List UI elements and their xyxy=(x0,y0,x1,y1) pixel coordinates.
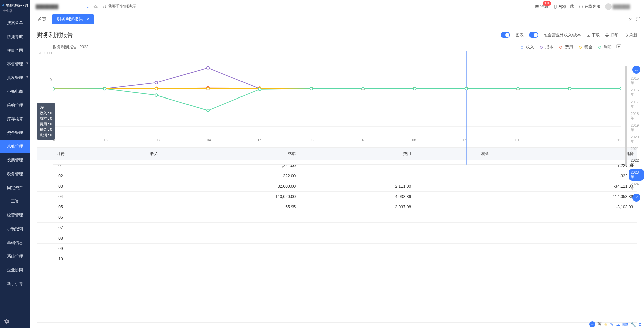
menu-item[interactable]: 小畅电商 xyxy=(0,85,30,99)
svg-point-22 xyxy=(155,81,158,84)
ime-settings-icon[interactable]: ⚙ xyxy=(638,322,642,327)
menu-item[interactable]: 搜索菜单 xyxy=(0,16,30,30)
menu-item[interactable]: 企业协同 xyxy=(0,263,30,277)
settings-button[interactable] xyxy=(0,315,30,328)
menu-item[interactable]: 固定资产 xyxy=(0,181,30,195)
data-table: 月份收入成本费用税金利润 011,221.00-1,221.0002322.00… xyxy=(37,147,637,323)
user-menu[interactable]: ██████ xyxy=(605,3,640,10)
legend-item[interactable]: 利润 xyxy=(597,44,612,50)
menu-item[interactable]: 新手引导 xyxy=(0,277,30,291)
menu-item[interactable]: 采购管理 xyxy=(0,99,30,112)
legend-item[interactable]: 费用 xyxy=(558,44,573,50)
menu-item[interactable]: 零售管理 xyxy=(0,57,30,71)
ime-cloud-icon[interactable]: ☁ xyxy=(616,322,620,327)
year-item[interactable]: 2020年 xyxy=(629,134,644,145)
menu-item[interactable]: 小畅报销 xyxy=(0,222,30,236)
svg-point-58 xyxy=(155,94,158,96)
fullscreen-icon[interactable]: ⛶ xyxy=(635,16,641,23)
menu-item[interactable]: 项目合同 xyxy=(0,44,30,57)
year-item[interactable]: 2021年 xyxy=(629,145,644,157)
year-item[interactable]: 2015年 xyxy=(629,75,644,87)
live-demo-link[interactable]: 我要看实例演示 xyxy=(102,4,136,9)
refresh-button[interactable]: 刷新 xyxy=(624,32,637,38)
year-up-button[interactable]: ︽ xyxy=(632,66,640,74)
message-badge: 99+ xyxy=(543,1,551,6)
menu-item[interactable]: 快捷导航 xyxy=(0,30,30,44)
menu-item[interactable]: 发票管理 xyxy=(0,153,30,167)
headset-icon xyxy=(102,4,107,9)
chart-toggle[interactable] xyxy=(501,32,510,38)
year-item[interactable]: 2019年 xyxy=(629,122,644,134)
table-row: 0332,000.002,111.00-34,111.00 xyxy=(37,181,637,192)
brand-edition: 专业版 xyxy=(0,9,30,16)
app-download-button[interactable]: App下载 xyxy=(553,4,574,9)
legend-item[interactable]: 税金 xyxy=(578,44,592,50)
table-row: 04110,020.004,033.86-114,053.86 xyxy=(37,192,637,202)
support-icon xyxy=(579,4,583,9)
sidebar: 畅捷通好业财 专业版 搜索菜单快捷导航项目合同零售管理批发管理小畅电商采购管理库… xyxy=(0,0,30,328)
svg-point-64 xyxy=(465,87,468,90)
main-area: ████████ ⌄ 我要看实例演示 消息 99+ App下载 xyxy=(30,0,644,328)
svg-point-63 xyxy=(413,87,416,90)
year-item[interactable]: 2018年 xyxy=(629,110,644,122)
year-item[interactable]: 2024年 xyxy=(629,181,644,192)
menu-item[interactable]: 总账管理 xyxy=(0,140,30,153)
chart-legend: 收入成本费用税金利润▸ xyxy=(519,44,621,50)
message-icon xyxy=(535,4,539,9)
ime-keyboard-icon[interactable]: ⌨ xyxy=(622,322,629,327)
extra-toggle-label: 包含营业外收入/成本 xyxy=(544,32,581,38)
scrollbar[interactable] xyxy=(625,66,627,166)
org-selector[interactable]: ████████ xyxy=(34,4,82,9)
extra-toggle[interactable] xyxy=(529,32,538,38)
logo-icon xyxy=(2,3,5,8)
page-header: 财务利润报告 图表 包含营业外收入/成本 下载 打印 xyxy=(37,31,637,39)
ime-edit-icon[interactable]: ✎ xyxy=(610,322,614,327)
year-item[interactable]: 2017年 xyxy=(629,99,644,110)
ime-logo-icon[interactable]: 王 xyxy=(589,321,595,327)
print-button[interactable]: 打印 xyxy=(605,32,619,38)
messages-button[interactable]: 消息 99+ xyxy=(535,4,548,9)
ime-tool-icon[interactable]: 🔧 xyxy=(631,322,636,327)
mobile-icon xyxy=(553,4,558,9)
download-button[interactable]: 下载 xyxy=(586,32,600,38)
menu-item[interactable]: 经营管理 xyxy=(0,208,30,222)
menu-item[interactable]: 基础信息 xyxy=(0,236,30,250)
year-item[interactable]: 2016年 xyxy=(629,87,644,99)
legend-toggle-icon[interactable]: ▸ xyxy=(616,44,621,48)
svg-point-56 xyxy=(53,88,54,90)
year-item[interactable]: 2023年 xyxy=(629,169,644,181)
brand-name: 畅捷通好业财 xyxy=(6,3,28,8)
org-settings-icon[interactable] xyxy=(93,4,98,9)
chart-toggle-label: 图表 xyxy=(516,32,524,38)
menu-item[interactable]: 库存核算 xyxy=(0,112,30,126)
menu-item[interactable]: 批发管理 xyxy=(0,71,30,85)
table-body: 011,221.00-1,221.0002322.00-322.000332,0… xyxy=(37,160,637,264)
chevron-down-icon[interactable]: ⌄ xyxy=(86,4,89,9)
year-down-button[interactable]: ︾ xyxy=(632,194,640,202)
print-icon xyxy=(605,33,609,37)
chart: 财务利润报告_2023 收入成本费用税金利润▸ 200,0000-200,000… xyxy=(37,43,637,143)
table-row: 07 xyxy=(37,223,637,233)
topbar: ████████ ⌄ 我要看实例演示 消息 99+ App下载 xyxy=(30,0,644,13)
menu-item[interactable]: 资金管理 xyxy=(0,126,30,140)
chart-title: 财务利润报告_2023 xyxy=(53,44,88,50)
menu-item[interactable]: 税务管理 xyxy=(0,167,30,181)
svg-point-57 xyxy=(103,87,106,90)
ime-bar: 王 英 ☺ ✎ ☁ ⌨ 🔧 ⚙ xyxy=(589,321,642,327)
tab-report[interactable]: 财务利润报告 × xyxy=(52,14,94,24)
tab-home[interactable]: 首页 xyxy=(33,14,51,24)
legend-item[interactable]: 收入 xyxy=(519,44,534,50)
table-row: 10 xyxy=(37,254,637,264)
ime-emoji-icon[interactable]: ☺ xyxy=(604,322,608,327)
legend-item[interactable]: 成本 xyxy=(539,44,553,50)
menu-item[interactable]: 系统管理 xyxy=(0,250,30,263)
close-icon[interactable]: × xyxy=(87,17,89,22)
close-all-tabs-icon[interactable]: ✕ xyxy=(627,16,633,23)
year-rail: ︽ 2015年2016年2017年2018年2019年2020年2021年202… xyxy=(629,66,644,202)
year-item[interactable]: 2022年 xyxy=(629,157,644,169)
content: 财务利润报告 图表 包含营业外收入/成本 下载 打印 xyxy=(30,25,644,328)
refresh-icon xyxy=(624,33,628,37)
ime-lang[interactable]: 英 xyxy=(597,321,602,327)
menu-item[interactable]: 工资 xyxy=(0,195,30,208)
support-button[interactable]: 在线客服 xyxy=(579,4,600,9)
